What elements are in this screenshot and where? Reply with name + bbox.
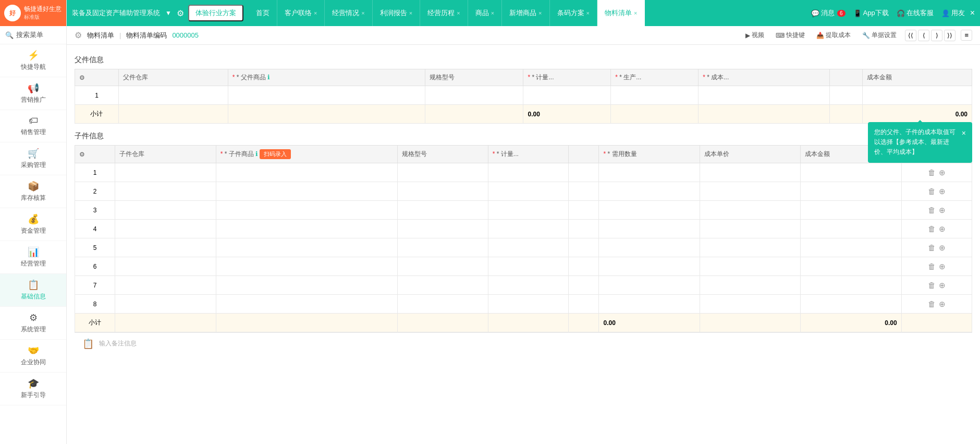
child-row-qty[interactable] bbox=[599, 220, 700, 238]
scan-btn[interactable]: 扫码录入 bbox=[260, 149, 291, 159]
child-row-qty[interactable] bbox=[599, 163, 700, 182]
child-row-product[interactable] bbox=[216, 276, 397, 295]
copy-icon[interactable]: ⊕ bbox=[939, 262, 946, 271]
child-row-product[interactable] bbox=[216, 182, 397, 201]
sidebar-item-sales[interactable]: 🏷 销售管理 bbox=[0, 110, 66, 142]
experience-btn[interactable]: 体验行业方案 bbox=[188, 5, 243, 21]
tab-bom[interactable]: 物料清单 × bbox=[597, 0, 645, 26]
child-row-unitcost[interactable] bbox=[700, 276, 800, 295]
delete-icon[interactable]: 🗑 bbox=[928, 281, 936, 290]
copy-icon[interactable]: ⊕ bbox=[939, 281, 946, 290]
nav-next-btn[interactable]: ⟩ bbox=[931, 30, 942, 41]
child-row-costamt[interactable] bbox=[801, 201, 901, 220]
tooltip-close-btn[interactable]: × bbox=[962, 127, 966, 139]
child-row-unitcost[interactable] bbox=[700, 182, 800, 201]
child-row-unitcost[interactable] bbox=[700, 220, 800, 238]
child-row-costamt[interactable] bbox=[801, 295, 901, 314]
online-service-btn[interactable]: 🎧 在线客服 bbox=[897, 8, 934, 18]
child-row-spec[interactable] bbox=[397, 163, 488, 182]
child-row-warehouse[interactable] bbox=[115, 182, 216, 201]
sidebar-item-marketing[interactable]: 📢 营销推广 bbox=[0, 77, 66, 110]
tab-customer-close[interactable]: × bbox=[314, 10, 317, 16]
nav-prev-btn[interactable]: ⟨ bbox=[918, 30, 929, 41]
sidebar-search[interactable]: 🔍 搜索菜单 bbox=[0, 26, 66, 44]
tab-profit-close[interactable]: × bbox=[409, 10, 412, 16]
tab-customer[interactable]: 客户联络 × bbox=[277, 0, 325, 26]
sidebar-item-system[interactable]: ⚙ 系统管理 bbox=[0, 307, 66, 340]
child-row-unit[interactable] bbox=[488, 182, 569, 201]
child-row-unit[interactable] bbox=[488, 163, 569, 182]
child-row-costamt[interactable] bbox=[801, 238, 901, 257]
child-row-warehouse[interactable] bbox=[115, 276, 216, 295]
child-row-unit[interactable] bbox=[488, 238, 569, 257]
child-row-warehouse[interactable] bbox=[115, 257, 216, 276]
child-row-spec[interactable] bbox=[397, 276, 488, 295]
tab-goods-close[interactable]: × bbox=[491, 10, 494, 16]
parent-row-warehouse[interactable] bbox=[118, 86, 228, 105]
note-placeholder[interactable]: 输入备注信息 bbox=[99, 339, 137, 348]
child-row-qty[interactable] bbox=[599, 201, 700, 220]
child-row-product[interactable] bbox=[216, 238, 397, 257]
child-row-unitcost[interactable] bbox=[700, 201, 800, 220]
child-row-product[interactable] bbox=[216, 201, 397, 220]
child-row-warehouse[interactable] bbox=[115, 220, 216, 238]
tab-operation-status[interactable]: 经营情况 × bbox=[325, 0, 372, 26]
parent-row-costamt[interactable] bbox=[863, 86, 972, 105]
tab-profit[interactable]: 利润报告 × bbox=[373, 0, 420, 26]
sidebar-item-purchase[interactable]: 🛒 采购管理 bbox=[0, 142, 66, 175]
topbar-close-icon[interactable]: × bbox=[970, 8, 975, 18]
sidebar-item-operation[interactable]: 📊 经营管理 bbox=[0, 241, 66, 274]
delete-icon[interactable]: 🗑 bbox=[928, 168, 936, 177]
parent-product-info-icon[interactable]: ℹ bbox=[267, 74, 270, 81]
child-row-unit[interactable] bbox=[488, 220, 569, 238]
child-row-costamt[interactable] bbox=[801, 163, 901, 182]
parent-row-prod[interactable] bbox=[611, 86, 699, 105]
extract-cost-btn[interactable]: 📥 提取成本 bbox=[813, 29, 854, 41]
child-row-qty[interactable] bbox=[599, 182, 700, 201]
tab-history[interactable]: 经营历程 × bbox=[420, 0, 468, 26]
child-row-spec[interactable] bbox=[397, 201, 488, 220]
parent-row-spec[interactable] bbox=[425, 86, 523, 105]
parent-row-cost[interactable] bbox=[699, 86, 830, 105]
sidebar-item-stock[interactable]: 📦 库存核算 bbox=[0, 175, 66, 208]
child-row-product[interactable] bbox=[216, 220, 397, 238]
chevron-down-icon[interactable]: ▼ bbox=[165, 9, 172, 17]
copy-icon[interactable]: ⊕ bbox=[939, 243, 946, 253]
child-row-unit[interactable] bbox=[488, 276, 569, 295]
copy-icon[interactable]: ⊕ bbox=[939, 299, 946, 309]
app-download-btn[interactable]: 📱 App下载 bbox=[853, 8, 889, 18]
child-row-qty[interactable] bbox=[599, 295, 700, 314]
child-row-unitcost[interactable] bbox=[700, 295, 800, 314]
tab-history-close[interactable]: × bbox=[457, 10, 460, 16]
child-row-spec[interactable] bbox=[397, 257, 488, 276]
child-row-warehouse[interactable] bbox=[115, 163, 216, 182]
copy-icon[interactable]: ⊕ bbox=[939, 187, 946, 196]
tab-goods[interactable]: 商品 × bbox=[468, 0, 502, 26]
sidebar-item-guide[interactable]: 🎓 新手引导 bbox=[0, 373, 66, 405]
child-row-costamt[interactable] bbox=[801, 182, 901, 201]
parent-row-product[interactable] bbox=[228, 86, 425, 105]
tab-new-goods-close[interactable]: × bbox=[538, 10, 542, 16]
delete-icon[interactable]: 🗑 bbox=[928, 187, 936, 196]
child-row-qty[interactable] bbox=[599, 238, 700, 257]
list-view-btn[interactable]: ≡ bbox=[961, 30, 972, 41]
child-row-costamt[interactable] bbox=[801, 220, 901, 238]
child-col-settings[interactable]: ⚙ bbox=[75, 146, 115, 163]
nav-next-next-btn[interactable]: ⟩⟩ bbox=[944, 30, 956, 41]
copy-icon[interactable]: ⊕ bbox=[939, 168, 946, 177]
child-row-spec[interactable] bbox=[397, 238, 488, 257]
tab-home[interactable]: 首页 bbox=[249, 0, 277, 26]
child-row-product[interactable] bbox=[216, 295, 397, 314]
copy-icon[interactable]: ⊕ bbox=[939, 224, 946, 234]
delete-icon[interactable]: 🗑 bbox=[928, 243, 936, 253]
child-row-unit[interactable] bbox=[488, 295, 569, 314]
delete-icon[interactable]: 🗑 bbox=[928, 299, 936, 309]
child-row-unit[interactable] bbox=[488, 201, 569, 220]
child-row-costamt[interactable] bbox=[801, 257, 901, 276]
message-btn[interactable]: 💬 消息 6 bbox=[811, 8, 846, 18]
parent-row-unit[interactable] bbox=[523, 86, 611, 105]
delete-icon[interactable]: 🗑 bbox=[928, 262, 936, 271]
copy-icon[interactable]: ⊕ bbox=[939, 206, 946, 215]
gear-icon[interactable]: ⚙ bbox=[75, 30, 82, 40]
shortcut-btn[interactable]: ⌨ 快捷键 bbox=[773, 29, 808, 41]
